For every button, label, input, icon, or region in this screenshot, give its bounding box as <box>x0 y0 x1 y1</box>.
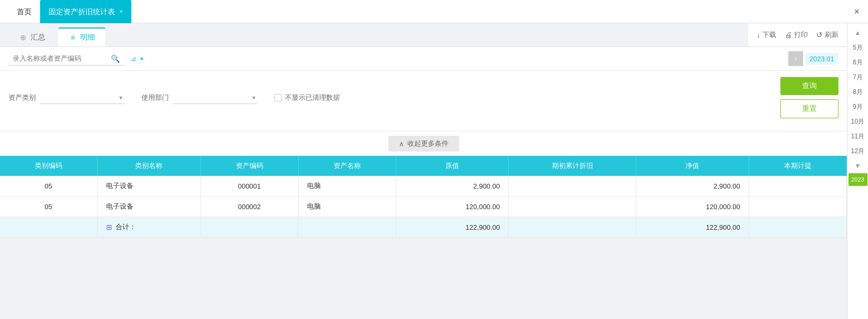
department-select-wrap <box>173 91 257 104</box>
asset-category-select[interactable] <box>40 91 125 104</box>
cell-accumulated-depreciation <box>509 196 636 217</box>
reset-button[interactable]: 重置 <box>780 99 838 118</box>
download-button[interactable]: ↓ 下载 <box>757 30 776 40</box>
summary-net-value: 122,900.00 <box>636 217 749 238</box>
chevron-down-icon: ▾ <box>140 55 144 62</box>
toolbar: ↓ 下载 🖨 打印 ↺ 刷新 <box>748 23 847 46</box>
more-conditions-button[interactable]: ⊿ ▾ <box>131 55 144 62</box>
summary-original-value: 122,900.00 <box>396 217 509 238</box>
filter-icon: ⊿ <box>131 55 136 62</box>
search-input-wrap: 🔍 <box>8 52 125 65</box>
col-net-value: 净值 <box>636 156 749 176</box>
department-select[interactable] <box>173 91 257 104</box>
tab-bar: 首页 固定资产折旧统计表 × × <box>0 0 868 23</box>
table-header: 类别编码 类别名称 资产编码 资产名称 原值 期初累计折旧 净值 本期计提 <box>0 156 847 176</box>
sidebar-month-9[interactable]: 9月 <box>848 99 867 114</box>
sidebar-month-10[interactable]: 10月 <box>848 114 867 129</box>
date-display: 2023.01 <box>805 53 838 65</box>
col-category-code: 类别编码 <box>0 156 97 176</box>
tab-home[interactable]: 首页 <box>8 0 40 23</box>
summary-tab-label: 汇总 <box>31 33 45 42</box>
table-row[interactable]: 05 电子设备 000001 电脑 2,900.00 2,900.00 <box>0 176 847 196</box>
hide-cleared-checkbox[interactable] <box>274 94 282 101</box>
content-area: ⊕ 汇总 ≡ 明细 ↓ 下载 🖨 打印 ↺ 刷 <box>0 23 868 319</box>
window-close-button[interactable]: × <box>854 0 860 23</box>
cell-asset-name: 电脑 <box>298 176 396 196</box>
print-label: 打印 <box>794 30 808 40</box>
detail-tab-icon: ≡ <box>69 33 77 42</box>
summary-asset-code <box>201 217 298 238</box>
filter-bar: 🔍 ⊿ ▾ › 2023.01 <box>0 47 847 71</box>
sidebar-month-5[interactable]: 5月 <box>848 40 867 55</box>
sidebar-month-8[interactable]: 8月 <box>848 85 867 99</box>
cell-category-code: 05 <box>0 176 97 196</box>
data-table: 类别编码 类别名称 资产编码 资产名称 原值 期初累计折旧 净值 本期计提 05… <box>0 156 847 238</box>
summary-tab-icon: ⊕ <box>19 33 27 42</box>
summary-current-depreciation <box>749 217 846 238</box>
cell-category-code: 05 <box>0 196 97 217</box>
advanced-filter: 资产类别 使用部门 <box>0 71 847 132</box>
sidebar-month-7[interactable]: 7月 <box>848 70 867 85</box>
cell-net-value: 120,000.00 <box>636 196 749 217</box>
print-button[interactable]: 🖨 打印 <box>785 30 808 40</box>
tab-detail[interactable]: ≡ 明细 <box>58 27 106 46</box>
print-icon: 🖨 <box>785 31 792 39</box>
tab-active-label: 固定资产折旧统计表 <box>49 0 115 23</box>
col-accumulated-depreciation: 期初累计折旧 <box>509 156 636 176</box>
sub-tabs: ⊕ 汇总 ≡ 明细 <box>0 23 748 46</box>
asset-category-field: 资产类别 <box>8 91 125 104</box>
right-sidebar: ▲ 5月6月7月8月9月10月11月12月 ▼ 2023 <box>847 23 868 319</box>
table-body: 05 电子设备 000001 电脑 2,900.00 2,900.00 05 电… <box>0 176 847 238</box>
hide-cleared-checkbox-wrap[interactable]: 不显示已清理数据 <box>274 93 340 102</box>
sidebar-month-12[interactable]: 12月 <box>848 144 867 158</box>
collapse-bar: ∧ 收起更多条件 <box>0 132 847 156</box>
hide-cleared-label: 不显示已清理数据 <box>285 93 340 102</box>
download-icon: ↓ <box>757 31 760 39</box>
asset-category-select-wrap <box>40 91 125 104</box>
cell-category-name: 电子设备 <box>97 176 201 196</box>
sidebar-month-6[interactable]: 6月 <box>848 55 867 70</box>
department-field: 使用部门 <box>141 91 257 104</box>
year-badge[interactable]: 2023 <box>848 173 867 186</box>
summary-accumulated-depreciation <box>509 217 636 238</box>
search-icon: 🔍 <box>111 54 120 63</box>
arrow-nav: › 2023.01 <box>788 51 838 66</box>
cell-net-value: 2,900.00 <box>636 176 749 196</box>
summary-label-cell <box>0 217 97 238</box>
main-panel: ⊕ 汇总 ≡ 明细 ↓ 下载 🖨 打印 ↺ 刷 <box>0 23 847 319</box>
col-asset-code: 资产编码 <box>201 156 298 176</box>
filter-actions: 查询 重置 <box>780 77 838 118</box>
col-asset-name: 资产名称 <box>298 156 396 176</box>
refresh-icon: ↺ <box>816 31 823 39</box>
summary-icon: ⊞ <box>106 223 112 231</box>
summary-asset-name <box>298 217 396 238</box>
tab-summary[interactable]: ⊕ 汇总 <box>8 29 56 46</box>
table-wrap: 类别编码 类别名称 资产编码 资产名称 原值 期初累计折旧 净值 本期计提 05… <box>0 156 847 319</box>
col-category-name: 类别名称 <box>97 156 201 176</box>
download-label: 下载 <box>762 30 776 40</box>
tab-active[interactable]: 固定资产折旧统计表 × <box>40 0 131 23</box>
asset-category-label: 资产类别 <box>8 93 36 102</box>
chevron-up-icon: ∧ <box>399 140 404 148</box>
cell-asset-code: 000001 <box>201 176 298 196</box>
refresh-button[interactable]: ↺ 刷新 <box>816 30 838 40</box>
summary-label-text: 合计： <box>116 222 136 232</box>
sidebar-month-11[interactable]: 11月 <box>848 129 867 144</box>
cell-original-value: 2,900.00 <box>396 176 509 196</box>
tab-close-icon[interactable]: × <box>119 0 123 23</box>
cell-asset-code: 000002 <box>201 196 298 217</box>
cell-current-depreciation <box>749 176 846 196</box>
search-input[interactable] <box>13 54 108 62</box>
cell-category-name: 电子设备 <box>97 196 201 217</box>
col-current-depreciation: 本期计提 <box>749 156 846 176</box>
summary-label-cell2: ⊞ 合计： <box>97 217 201 238</box>
sidebar-scroll-up[interactable]: ▲ <box>848 27 867 38</box>
cell-original-value: 120,000.00 <box>396 196 509 217</box>
sidebar-scroll-down[interactable]: ▼ <box>848 161 867 171</box>
collapse-label: 收起更多条件 <box>407 139 449 148</box>
query-button[interactable]: 查询 <box>780 77 838 95</box>
collapse-button[interactable]: ∧ 收起更多条件 <box>388 136 459 152</box>
nav-arrow-right[interactable]: › <box>788 51 803 66</box>
cell-asset-name: 电脑 <box>298 196 396 217</box>
table-row[interactable]: 05 电子设备 000002 电脑 120,000.00 120,000.00 <box>0 196 847 217</box>
